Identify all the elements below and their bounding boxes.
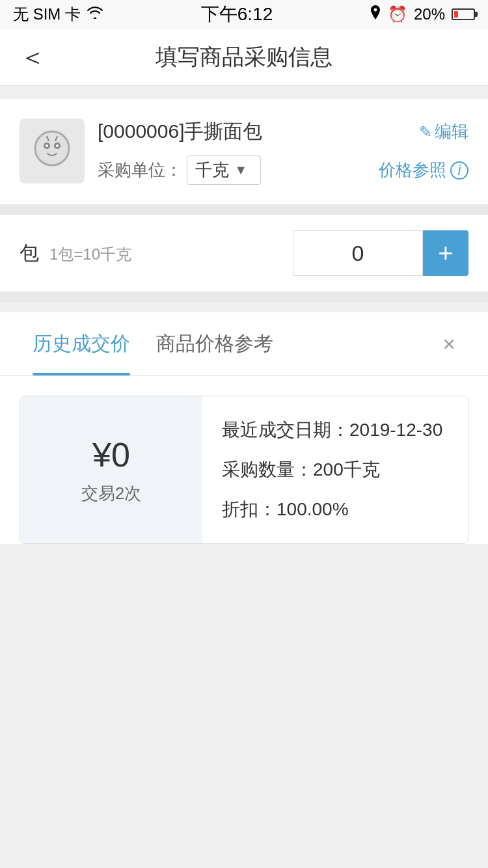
tab-price-ref[interactable]: 商品价格参考: [143, 312, 286, 375]
status-time: 下午6:12: [201, 2, 273, 27]
product-info: [0000006]手撕面包 ✎ 编辑 采购单位： 千克 ▼: [98, 118, 468, 185]
section-divider: [0, 204, 488, 215]
edit-button[interactable]: ✎ 编辑: [419, 120, 468, 143]
status-right: ⏰ 20%: [370, 5, 475, 23]
carrier-text: 无 SIM 卡: [13, 4, 81, 25]
page-root: 无 SIM 卡 下午6:12 ⏰ 20%: [0, 0, 488, 868]
unit-select[interactable]: 千克 ▼: [187, 156, 261, 185]
svg-point-4: [56, 144, 59, 147]
section-divider-2: [0, 292, 488, 302]
product-card: [0000006]手撕面包 ✎ 编辑 采购单位： 千克 ▼: [0, 99, 488, 204]
location-icon: [370, 5, 381, 23]
tabs-row: 历史成交价 商品价格参考 ×: [0, 312, 488, 376]
history-card: ¥0 交易2次 最近成交日期：2019-12-30 采购数量：200千克 折扣：…: [20, 396, 468, 544]
svg-point-0: [35, 131, 69, 165]
nav-bar: ＜ 填写商品采购信息: [0, 29, 488, 86]
quantity-label-group: 包 1包=10千克: [20, 240, 131, 267]
product-logo: [33, 129, 72, 174]
wifi-icon: [86, 5, 104, 23]
quantity-row: 包 1包=10千克 +: [0, 215, 488, 292]
unit-value: 千克: [195, 159, 229, 182]
history-trade-count: 交易2次: [81, 482, 141, 505]
alarm-icon: ⏰: [388, 5, 407, 23]
unit-label-text: 采购单位：: [98, 160, 182, 180]
bottom-panel: 历史成交价 商品价格参考 × ¥0 交易2次 最近成交日期：2019-12-30…: [0, 312, 488, 544]
back-button[interactable]: ＜: [20, 33, 52, 81]
dropdown-arrow-icon: ▼: [234, 163, 247, 178]
price-ref-label: 价格参照: [379, 159, 446, 182]
history-price-side: ¥0 交易2次: [20, 396, 202, 543]
product-image: [20, 118, 85, 183]
quantity-unit-sub: 1包=10千克: [49, 244, 131, 265]
product-header: [0000006]手撕面包 ✎ 编辑 采购单位： 千克 ▼: [20, 118, 468, 185]
page-title: 填写商品采购信息: [156, 42, 332, 72]
history-detail-side: 最近成交日期：2019-12-30 采购数量：200千克 折扣：100.00%: [202, 396, 468, 543]
battery-percent: 20%: [414, 5, 445, 23]
price-ref-button[interactable]: 价格参照 i: [379, 159, 468, 182]
battery-icon: [452, 8, 475, 20]
product-name: [0000006]手撕面包: [98, 118, 262, 145]
history-purchase-qty: 采购数量：200千克: [222, 455, 448, 485]
quantity-input-group: +: [293, 230, 468, 276]
svg-point-3: [46, 144, 48, 147]
edit-icon: ✎: [419, 123, 432, 141]
quantity-input[interactable]: [293, 230, 423, 276]
history-discount: 折扣：100.00%: [222, 495, 448, 524]
unit-label: 采购单位： 千克 ▼: [98, 156, 261, 185]
history-recent-date: 最近成交日期：2019-12-30: [222, 416, 448, 445]
tab-history-price[interactable]: 历史成交价: [20, 312, 143, 375]
tabs-close-button[interactable]: ×: [429, 318, 468, 370]
quantity-unit-main: 包: [20, 240, 39, 267]
product-title-row: [0000006]手撕面包 ✎ 编辑: [98, 118, 468, 145]
edit-label: 编辑: [435, 120, 468, 143]
quantity-plus-button[interactable]: +: [423, 230, 468, 276]
status-left: 无 SIM 卡: [13, 4, 104, 25]
status-bar: 无 SIM 卡 下午6:12 ⏰ 20%: [0, 0, 488, 29]
history-price: ¥0: [92, 435, 130, 474]
info-icon: i: [450, 161, 468, 180]
product-unit-row: 采购单位： 千克 ▼ 价格参照 i: [98, 156, 468, 185]
